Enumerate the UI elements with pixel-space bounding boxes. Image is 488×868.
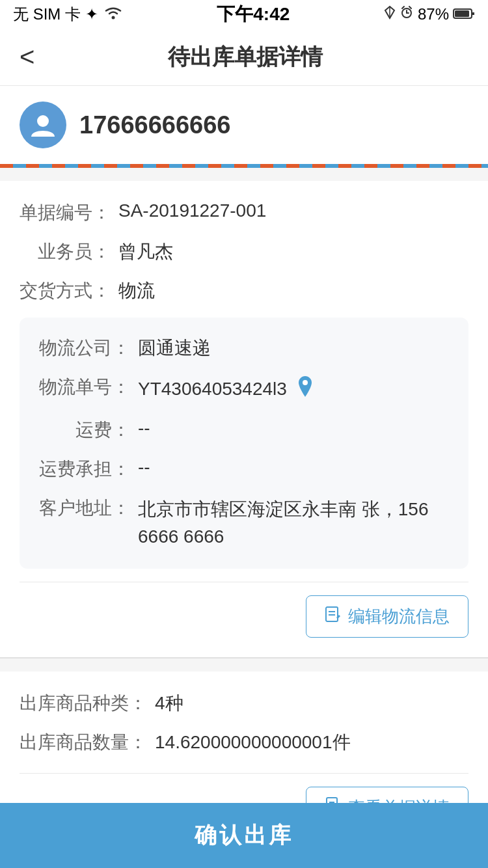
freight-bearer-value: -- [138,457,449,478]
address-row: 客户地址： 北京市市辖区海淀区永丰南 张，156 6666 6666 [39,496,449,550]
confirm-btn-text: 确认出库 [195,821,293,850]
logistics-card: 物流公司： 圆通速递 物流单号： YT43064053424l3 运费： -- … [20,318,468,569]
confirm-btn-area[interactable]: 确认出库 [0,803,488,868]
freight-bearer-label: 运费承担： [39,457,130,481]
edit-btn-row: 编辑物流信息 [20,582,468,638]
location-status-icon [384,5,396,23]
svg-point-0 [111,16,115,20]
user-section: 17666666666 [0,86,488,164]
order-no-row: 单据编号： SA-20191227-001 [20,200,468,225]
battery-icon [453,5,475,23]
order-no-value: SA-20191227-001 [118,200,468,221]
edit-icon [325,606,342,627]
page-title: 待出库单据详情 [47,42,442,72]
tracking-location-icon[interactable] [295,375,316,403]
section-separator-1 [0,657,488,658]
status-right: 87% [384,5,475,23]
salesperson-value: 曾凡杰 [118,239,468,264]
delivery-method-value: 物流 [118,278,468,303]
avatar [20,102,66,148]
tracking-no-label: 物流单号： [39,375,130,400]
goods-types-value: 4种 [155,691,468,716]
alarm-icon [400,5,414,23]
status-bar: 无 SIM 卡 ✦ 下午4:42 [0,0,488,29]
sim-status: 无 SIM 卡 ✦ [13,4,98,25]
goods-quantity-value: 14.620000000000001件 [155,730,468,755]
delivery-method-label: 交货方式： [20,278,111,303]
battery-percentage: 87% [418,5,449,23]
svg-rect-6 [455,10,469,17]
edit-logistics-label: 编辑物流信息 [348,605,450,628]
logistics-company-value: 圆通速递 [138,336,449,360]
delivery-method-row: 交货方式： 物流 [20,278,468,303]
order-no-label: 单据编号： [20,200,111,225]
status-left: 无 SIM 卡 ✦ [13,4,123,25]
svg-point-7 [37,115,49,127]
user-phone: 17666666666 [79,111,230,139]
nav-bar: < 待出库单据详情 [0,29,488,86]
salesperson-row: 业务员： 曾凡杰 [20,239,468,264]
logistics-company-label: 物流公司： [39,336,130,360]
salesperson-label: 业务员： [20,239,111,264]
dashed-divider [0,164,488,168]
goods-types-label: 出库商品种类： [20,691,147,716]
svg-point-8 [303,380,308,385]
freight-label: 运费： [39,418,130,442]
tracking-no-value: YT43064053424l3 [138,375,449,403]
status-time: 下午4:42 [217,2,290,27]
freight-value: -- [138,418,449,439]
logistics-company-row: 物流公司： 圆通速递 [39,336,449,360]
edit-logistics-button[interactable]: 编辑物流信息 [306,595,468,638]
order-info-section: 单据编号： SA-20191227-001 业务员： 曾凡杰 交货方式： 物流 … [0,181,488,657]
goods-types-row: 出库商品种类： 4种 [20,691,468,716]
tracking-no-row: 物流单号： YT43064053424l3 [39,375,449,403]
freight-bearer-row: 运费承担： -- [39,457,449,481]
address-value: 北京市市辖区海淀区永丰南 张，156 6666 6666 [138,496,449,550]
back-button[interactable]: < [20,42,34,72]
goods-quantity-row: 出库商品数量： 14.620000000000001件 [20,730,468,755]
address-label: 客户地址： [39,496,130,521]
wifi-icon [103,5,123,23]
goods-quantity-label: 出库商品数量： [20,730,147,755]
freight-row: 运费： -- [39,418,449,442]
